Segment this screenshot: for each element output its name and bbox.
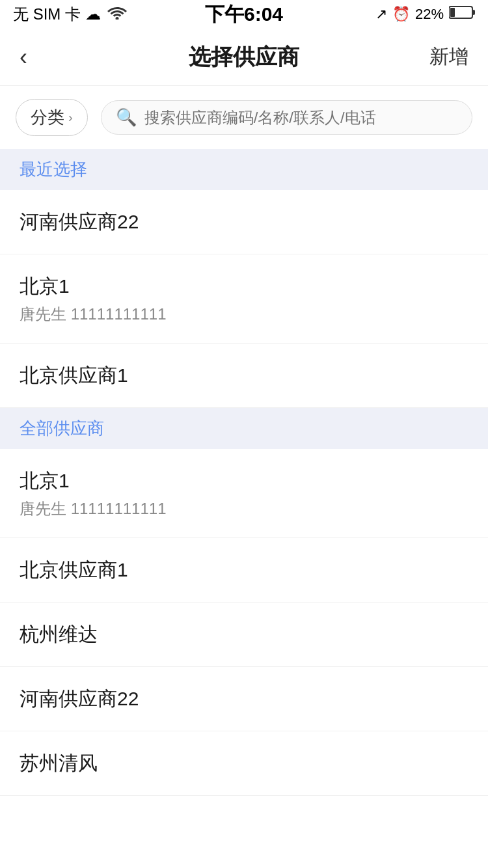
location-icon: ↗ [375, 6, 387, 23]
nav-bar: ‹ 选择供应商 新增 [0, 29, 488, 86]
list-item[interactable]: 北京供应商1 [0, 344, 488, 408]
sim-status: 无 SIM 卡 ☁ [13, 4, 101, 25]
list-item[interactable]: 河南供应商22 [0, 190, 488, 254]
all-section-header: 全部供应商 [0, 408, 488, 449]
recent-list: 河南供应商22北京1唐先生 11111111111北京供应商1 [0, 190, 488, 408]
item-name: 北京供应商1 [20, 556, 468, 584]
list-item[interactable]: 北京1唐先生 11111111111 [0, 254, 488, 344]
item-sub: 唐先生 11111111111 [20, 304, 468, 325]
item-name: 北京1 [20, 467, 468, 495]
search-input[interactable] [144, 109, 457, 127]
item-name: 河南供应商22 [20, 208, 468, 236]
category-label: 分类 [31, 106, 64, 129]
add-button[interactable]: 新增 [429, 44, 468, 70]
status-left: 无 SIM 卡 ☁ [13, 4, 127, 25]
item-name: 杭州维达 [20, 621, 468, 648]
chevron-right-icon: › [68, 110, 73, 125]
status-bar: 无 SIM 卡 ☁ 下午6:04 ↗ ⏰ 22% [0, 0, 488, 29]
recent-section-header: 最近选择 [0, 149, 488, 190]
page-title: 选择供应商 [189, 42, 299, 72]
all-section-label: 全部供应商 [20, 418, 104, 438]
status-right: ↗ ⏰ 22% [375, 5, 475, 23]
back-button[interactable]: ‹ [20, 44, 59, 71]
list-item[interactable]: 北京供应商1 [0, 538, 488, 603]
all-list: 北京1唐先生 11111111111北京供应商1杭州维达河南供应商22苏州清风 [0, 449, 488, 796]
list-item[interactable]: 杭州维达 [0, 603, 488, 667]
search-box[interactable]: 🔍 [101, 100, 472, 135]
item-name: 北京1 [20, 273, 468, 300]
category-button[interactable]: 分类 › [16, 99, 88, 136]
item-name: 苏州清风 [20, 750, 468, 777]
alarm-icon: ⏰ [392, 6, 410, 23]
item-sub: 唐先生 11111111111 [20, 498, 468, 519]
item-name: 北京供应商1 [20, 362, 468, 389]
recent-section-label: 最近选择 [20, 159, 87, 179]
item-name: 河南供应商22 [20, 685, 468, 712]
wifi-icon [107, 5, 127, 23]
svg-rect-1 [472, 10, 475, 15]
search-icon: 🔍 [116, 107, 137, 128]
list-item[interactable]: 河南供应商22 [0, 667, 488, 731]
svg-rect-2 [450, 8, 455, 17]
filter-bar: 分类 › 🔍 [0, 86, 488, 149]
battery-icon [449, 5, 475, 23]
list-item[interactable]: 苏州清风 [0, 731, 488, 796]
battery-text: 22% [415, 6, 444, 23]
status-time: 下午6:04 [205, 1, 283, 28]
list-item[interactable]: 北京1唐先生 11111111111 [0, 449, 488, 538]
